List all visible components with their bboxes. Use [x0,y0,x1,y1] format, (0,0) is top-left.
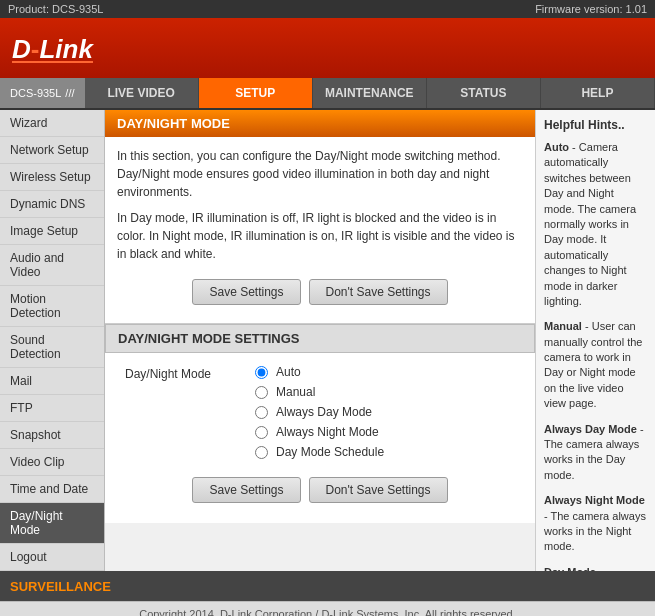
sidebar-item-ftp[interactable]: FTP [0,395,104,422]
hints-panel: Helpful Hints.. Auto - Camera automatica… [535,110,655,571]
sidebar-item-snapshot[interactable]: Snapshot [0,422,104,449]
sidebar-item-image-setup[interactable]: Image Setup [0,218,104,245]
nav: DCS-935L /// LIVE VIDEO SETUP MAINTENANC… [0,78,655,110]
option-always-day-radio[interactable] [255,406,268,419]
content-description: In this section, you can configure the D… [105,137,535,324]
bottom-bar: SURVEILLANCE [0,571,655,601]
hint-always-night-desc: - The camera always works in the Night m… [544,510,646,553]
tab-help[interactable]: HELP [541,78,655,108]
dont-save-settings-button-top[interactable]: Don't Save Settings [309,279,448,305]
hint-always-night: Always Night Mode - The camera always wo… [544,493,647,555]
sidebar-item-day-night-mode[interactable]: Day/Night Mode [0,503,104,544]
sidebar-item-network-setup[interactable]: Network Setup [0,137,104,164]
sidebar-item-motion-detection[interactable]: Motion Detection [0,286,104,327]
sidebar-item-wizard[interactable]: Wizard [0,110,104,137]
hint-auto-desc: - Camera automatically switches between … [544,141,636,307]
top-button-row: Save Settings Don't Save Settings [117,271,523,313]
hint-day-schedule: Day Mode Schedule - The camera works in … [544,565,647,571]
option-always-night-radio[interactable] [255,426,268,439]
hint-auto: Auto - Camera automatically switches bet… [544,140,647,309]
sidebar-item-audio-video[interactable]: Audio and Video [0,245,104,286]
hint-day-schedule-term: Day Mode Schedule [544,566,596,571]
option-auto-radio[interactable] [255,366,268,379]
sidebar-item-mail[interactable]: Mail [0,368,104,395]
main: Wizard Network Setup Wireless Setup Dyna… [0,110,655,571]
hint-manual-desc: - User can manually control the camera t… [544,320,642,409]
option-manual-row: Manual [255,385,515,399]
option-day-schedule-row: Day Mode Schedule [255,445,515,459]
hint-always-night-term: Always Night Mode [544,494,645,506]
tab-status[interactable]: STATUS [427,78,541,108]
option-always-day-label: Always Day Mode [276,405,372,419]
top-bar: Product: DCS-935L Firmware version: 1.01 [0,0,655,18]
sidebar-item-sound-detection[interactable]: Sound Detection [0,327,104,368]
option-always-night-label: Always Night Mode [276,425,379,439]
page-title: DAY/NIGHT MODE [105,110,535,137]
settings-section-title: DAY/NIGHT MODE SETTINGS [105,324,535,353]
surveillance-label: SURVEILLANCE [10,579,111,594]
nav-lines-icon: /// [65,87,74,99]
option-day-schedule-radio[interactable] [255,446,268,459]
day-night-mode-label: Day/Night Mode [125,365,255,381]
product-label: Product: DCS-935L [8,3,103,15]
hint-manual-term: Manual [544,320,582,332]
hints-title: Helpful Hints.. [544,118,647,132]
save-settings-button-top[interactable]: Save Settings [192,279,300,305]
description-1: In this section, you can configure the D… [117,147,523,201]
hint-auto-term: Auto [544,141,569,153]
sidebar-item-dynamic-dns[interactable]: Dynamic DNS [0,191,104,218]
sidebar-item-logout[interactable]: Logout [0,544,104,571]
description-2: In Day mode, IR illumination is off, IR … [117,209,523,263]
firmware-label: Firmware version: 1.01 [535,3,647,15]
header: D-Link [0,18,655,78]
logo: D-Link [12,34,93,63]
hint-always-day-term: Always Day Mode [544,423,637,435]
sidebar-item-video-clip[interactable]: Video Clip [0,449,104,476]
sidebar-item-wireless-setup[interactable]: Wireless Setup [0,164,104,191]
footer: Copyright 2014, D-Link Corporation / D-L… [0,601,655,616]
content-area: DAY/NIGHT MODE In this section, you can … [105,110,535,571]
option-auto-row: Auto [255,365,515,379]
tab-maintenance[interactable]: MAINTENANCE [313,78,427,108]
option-manual-radio[interactable] [255,386,268,399]
hint-manual: Manual - User can manually control the c… [544,319,647,411]
footer-text: Copyright 2014, D-Link Corporation / D-L… [139,608,516,616]
save-settings-button-bottom[interactable]: Save Settings [192,477,300,503]
sidebar: Wizard Network Setup Wireless Setup Dyna… [0,110,105,571]
dont-save-settings-button-bottom[interactable]: Don't Save Settings [309,477,448,503]
option-day-schedule-label: Day Mode Schedule [276,445,384,459]
bottom-button-row: Save Settings Don't Save Settings [125,469,515,511]
hint-always-day: Always Day Mode - The camera always work… [544,422,647,484]
tab-live-video[interactable]: LIVE VIDEO [85,78,199,108]
option-manual-label: Manual [276,385,315,399]
option-always-day-row: Always Day Mode [255,405,515,419]
sidebar-item-time-date[interactable]: Time and Date [0,476,104,503]
tab-setup[interactable]: SETUP [199,78,313,108]
product-nav-label: DCS-935L /// [0,78,85,108]
day-night-mode-row: Day/Night Mode Auto Manual Always Day Mo… [125,365,515,465]
settings-body: Day/Night Mode Auto Manual Always Day Mo… [105,353,535,523]
option-auto-label: Auto [276,365,301,379]
day-night-mode-options: Auto Manual Always Day Mode Always Night… [255,365,515,465]
option-always-night-row: Always Night Mode [255,425,515,439]
